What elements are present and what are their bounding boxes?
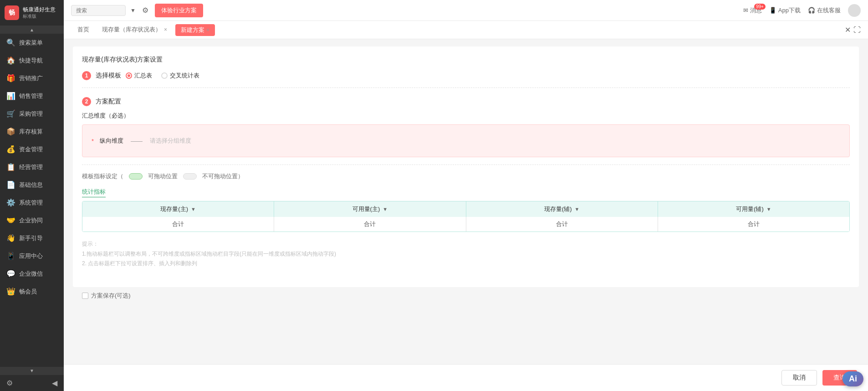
settings-icon[interactable]: ⚙ [6,379,13,387]
tab-home[interactable]: 首页 [71,22,96,38]
sidebar-item-inventory[interactable]: 📦 库存核算 [0,123,64,140]
sidebar-item-purchase[interactable]: 🛒 采购管理 [0,105,64,123]
tab-inventory-close[interactable]: × [164,26,167,33]
app-logo-icon: 畅 [5,5,19,20]
dimension-section-label: 汇总维度（必选） [82,112,850,120]
experience-btn[interactable]: 体验行业方案 [155,4,203,17]
sidebar-nav: 🔍 搜索菜单 🏠 快捷导航 🎁 营销推广 📊 销售管理 🛒 采购管理 📦 库存核… [0,34,64,367]
vertical-dimension-label: 纵向维度 [100,137,123,145]
radio-cross-label: 交叉统计表 [170,72,199,80]
sidebar: 畅 畅康通好生意 标准版 ▲ 🔍 搜索菜单 🏠 快捷导航 🎁 营销推广 📊 销售… [0,0,64,391]
app-download-btn[interactable]: 📱 App下载 [769,6,801,15]
step2: 2 方案配置 汇总维度（必选） * 纵向维度 —— 请选择分组维度 模板指标设定… [82,97,850,269]
save-plan-checkbox[interactable]: 方案保存(可选) [82,292,131,300]
tab-home-label: 首页 [77,26,89,34]
tab-new-plan-close[interactable]: × [206,27,209,33]
sidebar-item-label: 企业微信 [19,270,43,278]
online-service-btn[interactable]: 🎧 在线客服 [808,6,841,15]
sidebar-item-wechat[interactable]: 💬 企业微信 [0,265,64,283]
sidebar-item-search[interactable]: 🔍 搜索菜单 [0,34,64,51]
sidebar-item-label: 采购管理 [19,110,43,118]
tab-expand-btn[interactable]: ⛶ [853,26,861,34]
not-movable-label: 不可拖动位置） [202,172,244,180]
sidebar-item-member[interactable]: 👑 畅会员 [0,283,64,300]
radio-summary-label: 汇总表 [134,72,152,80]
dropdown-arrow[interactable]: ▼ [130,7,136,14]
col-header-1[interactable]: 可用量(主) ▼ [274,201,466,217]
ai-badge[interactable]: Ai [842,371,863,386]
step1-header: 1 选择模板 汇总表 交叉统计表 [82,71,850,80]
sidebar-scroll-down[interactable]: ▼ [0,367,64,375]
content-area: 现存量(库存状况表)方案设置 1 选择模板 汇总表 交叉统计表 [64,39,868,364]
col-dropdown-1[interactable]: ▼ [383,206,388,212]
sidebar-item-nav[interactable]: 🏠 快捷导航 [0,51,64,69]
online-service-label: 在线客服 [817,6,841,15]
headset-icon: 🎧 [808,7,815,14]
stats-table-header: 现存量(主) ▼ 可用量(主) ▼ 现存量(辅) ▼ [82,201,849,217]
content-footer: 方案保存(可选) [73,287,859,304]
dimension-area[interactable]: * 纵向维度 —— 请选择分组维度 [82,124,850,157]
col-dropdown-0[interactable]: ▼ [191,206,196,212]
step2-title: 方案配置 [96,98,121,106]
dimension-placeholder: 请选择分组维度 [150,137,191,145]
col-body-2: 合计 [466,217,658,232]
box-icon: 📦 [6,127,15,136]
sidebar-scroll-up[interactable]: ▲ [0,26,64,34]
sidebar-item-label: 基础信息 [19,181,43,189]
tab-inventory-status[interactable]: 现存量（库存状况表） × [96,22,174,38]
sidebar-item-sales[interactable]: 📊 销售管理 [0,87,64,105]
col-header-1-label: 可用量(主) [352,205,380,213]
col-body-3: 合计 [658,217,849,232]
bottom-bar: 取消 查询 [64,364,868,391]
search-input[interactable] [71,5,126,16]
sidebar-item-system[interactable]: ⚙️ 系统管理 [0,194,64,211]
sidebar-item-apps[interactable]: 📱 应用中心 [0,247,64,265]
sidebar-item-operation[interactable]: 📋 经营管理 [0,158,64,176]
sidebar-item-basic[interactable]: 📄 基础信息 [0,176,64,194]
radio-summary-circle [126,72,132,79]
cancel-button[interactable]: 取消 [781,370,817,386]
sidebar-item-marketing[interactable]: 🎁 营销推广 [0,69,64,87]
sidebar-item-label: 经营管理 [19,163,43,171]
col-header-2[interactable]: 现存量(辅) ▼ [466,201,658,217]
app-name: 畅康通好生意 [23,6,56,14]
sidebar-item-label: 营销推广 [19,74,43,82]
col-header-0[interactable]: 现存量(主) ▼ [82,201,274,217]
avatar[interactable] [848,4,861,17]
col-dropdown-2[interactable]: ▼ [575,206,580,212]
sidebar-item-label: 应用中心 [19,252,43,260]
col-header-0-label: 现存量(主) [160,205,188,213]
sidebar-item-guide[interactable]: 👋 新手引导 [0,229,64,247]
col-dropdown-3[interactable]: ▼ [766,206,771,212]
tab-new-plan[interactable]: 新建方案 × [175,24,215,36]
movable-label: 可拖动位置 [148,172,178,180]
radio-summary[interactable]: 汇总表 [126,72,152,80]
money-icon: 💰 [6,145,15,154]
sidebar-item-label: 库存核算 [19,128,43,136]
chat-icon: 💬 [6,269,15,278]
topbar-right: ✉ 消息 99+ 📱 App下载 🎧 在线客服 [743,4,861,17]
audio-icon[interactable]: ◀ [52,379,57,387]
col-body-0: 合计 [82,217,274,232]
sidebar-item-cooperation[interactable]: 🤝 企业协同 [0,211,64,229]
col-header-3[interactable]: 可用量(辅) ▼ [658,201,849,217]
col-header-3-label: 可用量(辅) [736,205,764,213]
tab-close-btn[interactable]: ✕ [845,26,851,34]
sidebar-item-finance[interactable]: 💰 资金管理 [0,140,64,158]
main-area: ▼ ⚙ 体验行业方案 ✉ 消息 99+ 📱 App下载 🎧 在线客服 首页 [64,0,868,391]
messages-btn[interactable]: ✉ 消息 99+ [743,6,762,15]
home-icon: 🏠 [6,56,15,65]
settings-panel: 现存量(库存状况表)方案设置 1 选择模板 汇总表 交叉统计表 [73,46,859,287]
col-body-1: 合计 [274,217,466,232]
sidebar-item-label: 资金管理 [19,145,43,154]
save-plan-box [82,293,88,299]
radio-cross[interactable]: 交叉统计表 [161,72,199,80]
settings-gear-icon[interactable]: ⚙ [142,6,148,15]
save-plan-label: 方案保存(可选) [91,292,131,300]
step2-divider [82,165,850,165]
handshake-icon: 🤝 [6,216,15,225]
doc-icon: 📄 [6,180,15,189]
cart-icon: 🛒 [6,109,15,118]
sidebar-item-label: 企业协同 [19,216,43,225]
tabs-controls: ✕ ⛶ [845,26,861,34]
